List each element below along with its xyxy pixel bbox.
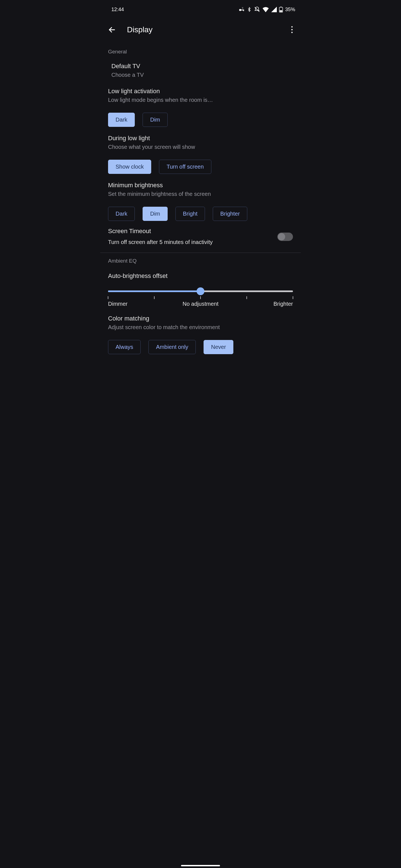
during-low-light-item: During low light Choose what your screen… — [100, 130, 301, 155]
vpn-key-icon: G — [238, 6, 245, 12]
color-matching-always[interactable]: Always — [108, 340, 141, 354]
slider-label-brighter: Brighter — [274, 301, 293, 307]
bluetooth-icon — [247, 6, 252, 12]
section-header-ambient-eq: Ambient EQ — [100, 253, 301, 267]
auto-brightness-title: Auto-brightness offset — [108, 272, 293, 280]
section-header-general: General — [100, 44, 301, 58]
overflow-menu-icon[interactable] — [288, 24, 295, 35]
color-matching-options: Always Ambient only Never — [100, 335, 301, 357]
page-title: Display — [127, 25, 288, 34]
low-light-activation-item: Low light activation Low light mode begi… — [100, 83, 301, 108]
during-low-light-options: Show clock Turn off screen — [100, 155, 301, 177]
slider-thumb-icon[interactable] — [197, 287, 204, 295]
battery-icon — [279, 6, 283, 12]
during-low-light-sub: Choose what your screen will show — [108, 143, 293, 151]
min-brightness-options: Dark Dim Bright Brighter — [100, 202, 301, 224]
color-matching-sub: Adjust screen color to match the environ… — [108, 323, 293, 331]
svg-rect-7 — [280, 10, 282, 12]
min-brightness-dark[interactable]: Dark — [108, 207, 135, 221]
slider-ticks — [108, 296, 293, 299]
during-option-turn-off[interactable]: Turn off screen — [159, 160, 211, 174]
min-brightness-sub: Set the minimum brightness of the screen — [108, 190, 293, 198]
default-tv-title: Default TV — [111, 63, 293, 70]
svg-rect-6 — [280, 7, 282, 7]
screen-timeout-item: Screen Timeout Turn off screen after 5 m… — [100, 224, 301, 253]
low-light-option-dark[interactable]: Dark — [108, 113, 135, 127]
auto-brightness-slider[interactable] — [108, 287, 293, 295]
svg-rect-2 — [243, 9, 244, 11]
status-icons: G 35% — [238, 6, 295, 12]
status-time: 12:44 — [111, 7, 124, 12]
slider-label-dimmer: Dimmer — [108, 301, 127, 307]
min-brightness-dim[interactable]: Dim — [143, 207, 168, 221]
dnd-off-icon — [254, 6, 260, 12]
low-light-activation-options: Dark Dim — [100, 108, 301, 130]
min-brightness-title: Minimum brightness — [108, 182, 293, 189]
app-bar: Display — [100, 16, 301, 44]
during-low-light-title: During low light — [108, 135, 293, 142]
auto-brightness-item: Auto-brightness offset Dimmer No adjustm… — [100, 267, 301, 310]
color-matching-title: Color matching — [108, 315, 293, 322]
svg-text:G: G — [242, 7, 244, 9]
screen-timeout-title: Screen Timeout — [108, 227, 272, 235]
min-brightness-bright[interactable]: Bright — [175, 207, 205, 221]
slider-labels: Dimmer No adjustment Brighter — [108, 301, 293, 307]
screen-timeout-toggle[interactable] — [277, 232, 293, 241]
wifi-icon — [262, 7, 269, 12]
cellular-icon — [271, 7, 277, 12]
during-option-show-clock[interactable]: Show clock — [108, 160, 151, 174]
default-tv-item[interactable]: Default TV Choose a TV — [100, 58, 301, 83]
slider-label-none: No adjustment — [127, 301, 274, 307]
low-light-activation-sub: Low light mode begins when the room is… — [108, 96, 293, 104]
screen-timeout-sub: Turn off screen after 5 minutes of inact… — [108, 238, 272, 246]
color-matching-ambient[interactable]: Ambient only — [148, 340, 196, 354]
status-bar: 12:44 G 35% — [100, 0, 301, 16]
battery-percent: 35% — [285, 7, 295, 12]
low-light-option-dim[interactable]: Dim — [143, 113, 168, 127]
min-brightness-brighter[interactable]: Brighter — [213, 207, 247, 221]
back-icon[interactable] — [108, 26, 116, 34]
color-matching-never[interactable]: Never — [204, 340, 233, 354]
default-tv-sub: Choose a TV — [111, 71, 293, 79]
svg-point-0 — [239, 9, 241, 11]
low-light-activation-title: Low light activation — [108, 88, 293, 95]
min-brightness-item: Minimum brightness Set the minimum brigh… — [100, 177, 301, 202]
color-matching-item: Color matching Adjust screen color to ma… — [100, 310, 301, 335]
